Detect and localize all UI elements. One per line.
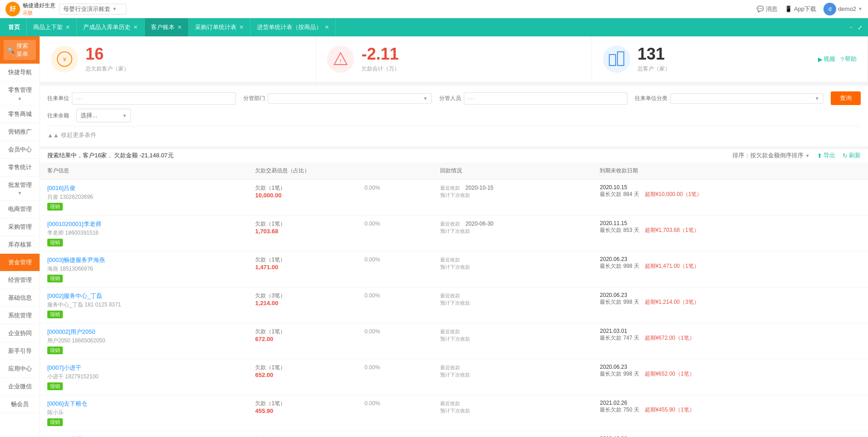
sidebar-item-purchase[interactable]: 采购管理 [0,218,40,236]
message-icon: 💬 [757,5,764,12]
sidebar-item-marketing[interactable]: 营销推广 [0,123,40,141]
customer-name-link[interactable]: [0002]服务中心_丁磊 [47,292,241,300]
video-button[interactable]: ▶ 视频 [818,55,835,63]
filter-category-select[interactable]: ▼ [670,93,823,104]
tab-customer-account[interactable]: 客户账本 ✕ [145,18,189,36]
customer-sub-info: 李老师 18600391516 [47,229,241,237]
col-debt-info: 欠款交易信息（占比） [248,162,433,180]
overdue-amount[interactable]: 超期¥672.00（1笔） [645,335,695,341]
tab-close-icon[interactable]: ✕ [65,24,70,30]
customer-sub-info: 用户2050 18665062050 [47,337,241,345]
customer-name-link[interactable]: [000002]用户2050 [47,328,241,336]
due-date-value: 2020.06.23 [600,364,861,370]
debt-amount[interactable]: 672.00 [255,336,346,342]
sidebar-item-quick-nav[interactable]: 快捷导航 [0,64,40,81]
overdue-amount[interactable]: 超期¥1,703.68（1笔） [645,227,699,233]
debt-amount[interactable]: 10,000.00 [255,192,346,199]
customer-name-link[interactable]: [0007]小进干 [47,364,241,372]
export-button[interactable]: ⬆ 导出 [817,151,835,160]
sidebar-item-new-guide[interactable]: 新手引导 [0,342,40,360]
tab-close-icon[interactable]: ✕ [239,24,244,30]
overdue-amount[interactable]: 超期¥455.90（1笔） [645,407,695,413]
sidebar-item-retail-stats[interactable]: 零售统计 [0,159,40,176]
refresh-icon: ↻ [843,152,848,159]
debt-customers-icon: ¥ [51,45,78,73]
message-button[interactable]: 💬 消息 [757,5,778,13]
user-avatar[interactable]: d demo2 ▼ [823,3,863,15]
tab-close-icon[interactable]: ✕ [325,24,329,30]
sidebar-item-inventory[interactable]: 库存核算 [0,236,40,254]
tab-inventory-stats[interactable]: 进货单统计表（按商品） ✕ [251,18,336,36]
sort-selector[interactable]: 排序：按欠款金额倒序排序 ▼ [733,151,810,160]
col-customer-info: 客户信息 [40,162,248,180]
sidebar-item-base-info[interactable]: 基础信息 [0,289,40,307]
search-button[interactable]: 查询 [831,91,861,105]
sidebar-item-retail-mall[interactable]: 零售商城 [0,105,40,123]
customer-name-link[interactable]: [0003]畅捷服务尹海燕 [47,256,241,264]
sidebar-search[interactable]: 🔍 搜索菜单 [0,36,40,64]
search-menu-button[interactable]: 🔍 搜索菜单 [4,40,36,60]
sidebar-item-app-center[interactable]: 应用中心 [0,360,40,378]
stat-info-total-debt: -2.11 欠款合计（万） [361,46,400,73]
help-button[interactable]: ? 帮助 [841,55,857,63]
debt-customers-label: 总欠款客户（家） [85,65,129,73]
sidebar-item-batch-mgmt[interactable]: 批发管理 ▼ [0,176,40,201]
sidebar-item-system[interactable]: 系统管理 [0,307,40,325]
chevron-down-icon: ▼ [112,6,117,11]
debt-amount[interactable]: 1,471.00 [255,264,346,271]
logo-icon: 好 [5,2,20,16]
tab-product-shelf[interactable]: 商品上下架 ✕ [27,18,77,36]
company-select[interactable]: 母婴行业演示账套 ▼ [59,4,126,15]
customer-name-link[interactable]: [0006]去下粮仓 [47,400,241,408]
cell-debt-pct: 0.00% [354,180,433,216]
cell-collection: 最近收款 2020-10-15 预计下次收款 [433,180,592,216]
tab-purchase-order[interactable]: 采购订单统计表 ✕ [189,18,251,36]
filter-balance-select[interactable]: 选择... ▼ [76,109,131,122]
collapse-icon: ▲▲ [47,132,59,139]
tab-home[interactable]: 首页 [2,18,27,36]
tab-production-history[interactable]: 产成品入库单历史 ✕ [77,18,145,36]
sidebar-item-ecommerce[interactable]: 电商管理 [0,201,40,218]
sidebar-item-enterprise-collab[interactable]: 企业协同 [0,325,40,342]
table-row: [000001]黄思源 黄思源 13552700226 现销 欠款（1笔） 42… [40,431,868,437]
debt-percentage: 0.00% [365,221,380,227]
sidebar-item-retail-mgmt[interactable]: 零售管理 ▲ [0,81,40,105]
customer-badge: 现销 [47,347,63,354]
chevron-down-icon: ▼ [805,153,810,158]
filter-manager-input[interactable]: ··· [464,92,628,105]
avatar: d [823,3,836,15]
filter-dept-select[interactable]: ▼ [268,93,432,104]
sidebar-item-enterprise-wechat[interactable]: 企业微信 [0,378,40,396]
chevron-down-icon: ▼ [122,113,127,118]
sidebar-item-operations[interactable]: 经营管理 [0,271,40,289]
collapse-button[interactable]: ▲▲ 收起更多条件 [47,129,861,141]
tab-close-icon[interactable]: ✕ [177,24,182,30]
debt-amount[interactable]: 1,703.68 [255,228,346,235]
filter-manager-label: 分管人员 [439,95,461,102]
refresh-button[interactable]: ↻ 刷新 [843,151,861,160]
debt-count: 欠款（1笔） [255,328,346,336]
customer-name-link[interactable]: [0016]吕俊 [47,184,241,192]
debt-customers-number: 16 [85,46,129,62]
cell-due-date: 2020.06.23 最长欠款 998 天 超期¥1,471.00（1笔） [592,251,868,287]
sidebar-item-vip-member[interactable]: 畅会员 [0,396,40,413]
debt-percentage: 0.00% [365,292,380,299]
overdue-amount[interactable]: 超期¥1,214.00（3笔） [645,299,699,305]
overdue-amount[interactable]: 超期¥1,471.00（1笔） [645,263,699,269]
svg-rect-4 [609,55,616,65]
app-download-button[interactable]: 📱 App下载 [785,5,816,13]
nav-minimize-icon[interactable]: － [848,23,854,31]
overdue-amount[interactable]: 超期¥10,000.00（1笔） [645,191,702,197]
nav-maximize-icon[interactable]: ⤢ [858,24,863,31]
overdue-amount[interactable]: 超期¥652.00（1笔） [645,371,695,377]
debt-amount[interactable]: 455.90 [255,407,346,414]
customer-name-link[interactable]: [0001020001]李老师 [47,220,241,228]
tab-close-icon[interactable]: ✕ [133,24,138,30]
debt-amount[interactable]: 1,214.00 [255,300,346,306]
sidebar-item-member[interactable]: 会员中心 [0,141,40,159]
next-collect-label: 预计下次收款 [440,228,470,234]
debt-amount[interactable]: 652.00 [255,372,346,378]
sidebar-item-finance[interactable]: 资金管理 [0,254,40,271]
app-icon: 📱 [785,5,792,12]
filter-unit-input[interactable]: ··· [72,92,236,105]
